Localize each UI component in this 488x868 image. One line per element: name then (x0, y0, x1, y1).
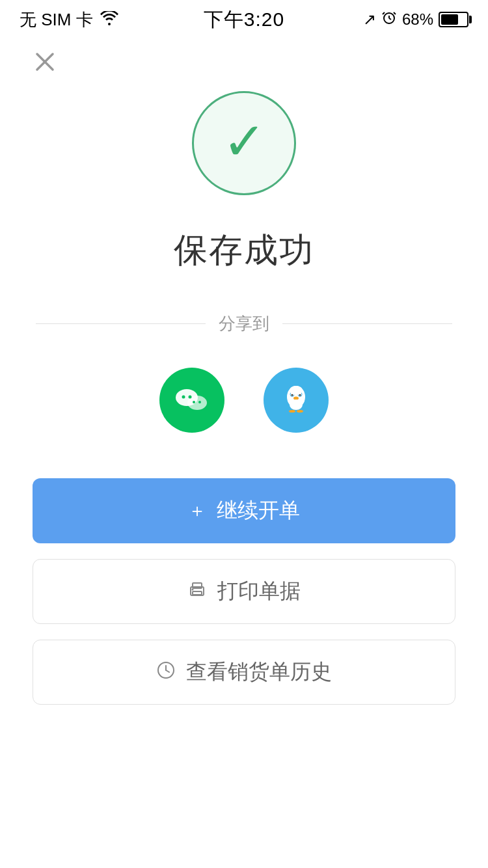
divider-line-left (36, 323, 206, 324)
svg-point-12 (198, 401, 201, 403)
svg-point-18 (293, 397, 299, 400)
battery-icon (439, 12, 468, 27)
status-right: ↗ 68% (363, 10, 468, 29)
checkmark-icon: ✓ (223, 116, 266, 168)
svg-point-26 (192, 588, 194, 590)
svg-line-3 (383, 12, 385, 14)
history-label: 查看销货单历史 (186, 658, 332, 686)
status-bar: 无 SIM 卡 下午3:20 ↗ 68% (0, 0, 488, 39)
success-circle: ✓ (192, 91, 296, 195)
wechat-share-button[interactable] (159, 368, 224, 433)
svg-point-19 (290, 400, 303, 410)
svg-point-20 (290, 386, 303, 395)
main-content: ✓ 保存成功 分享到 (0, 39, 488, 705)
share-icons-container (159, 368, 329, 433)
status-time: 下午3:20 (204, 7, 284, 33)
alarm-icon (381, 10, 397, 29)
continue-label: 继续开单 (217, 496, 300, 525)
carrier-text: 无 SIM 卡 (20, 8, 93, 31)
svg-point-22 (297, 410, 303, 413)
battery-percent: 68% (402, 10, 433, 29)
share-divider: 分享到 (36, 312, 452, 335)
svg-point-10 (189, 396, 192, 399)
share-label: 分享到 (219, 312, 269, 335)
print-label: 打印单据 (217, 577, 301, 606)
svg-line-4 (394, 12, 396, 14)
divider-line-right (282, 323, 452, 324)
success-title: 保存成功 (174, 228, 314, 273)
qq-share-button[interactable] (264, 368, 329, 433)
plus-icon: ＋ (188, 498, 206, 523)
svg-rect-25 (193, 591, 202, 595)
svg-point-21 (289, 410, 295, 413)
svg-point-9 (182, 396, 185, 399)
history-button[interactable]: 查看销货单历史 (33, 640, 455, 705)
continue-button[interactable]: ＋ 继续开单 (33, 478, 455, 543)
wifi-icon (100, 10, 119, 30)
svg-line-2 (389, 18, 391, 20)
svg-point-11 (193, 401, 195, 403)
action-buttons: ＋ 继续开单 打印单据 (33, 478, 455, 705)
svg-line-29 (166, 670, 169, 672)
status-left: 无 SIM 卡 (20, 8, 119, 31)
print-button[interactable]: 打印单据 (33, 559, 455, 624)
print-icon (187, 580, 207, 604)
location-icon: ↗ (363, 10, 376, 29)
clock-icon (156, 660, 176, 685)
close-button[interactable] (29, 46, 61, 78)
